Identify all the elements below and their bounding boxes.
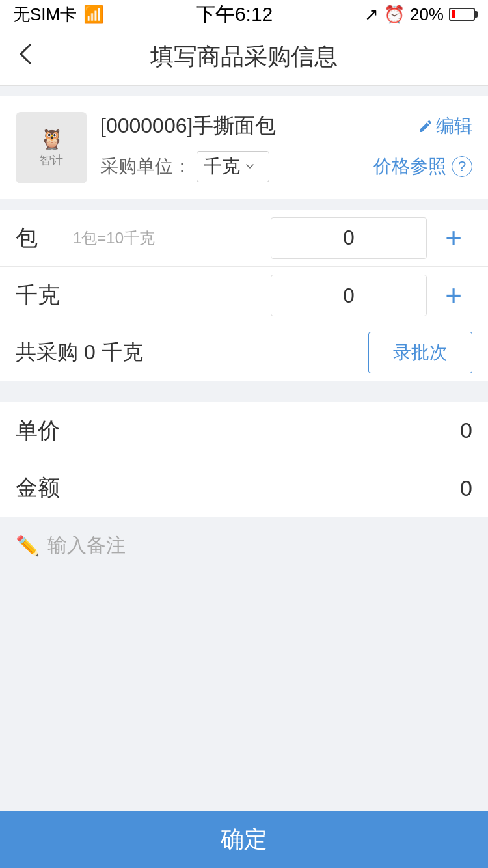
content-area (0, 575, 488, 783)
pack-number-input[interactable]: 0 (271, 217, 427, 259)
product-name: [0000006]手撕面包 (100, 112, 276, 141)
product-info: [0000006]手撕面包 编辑 采购单位： 千克 (100, 112, 472, 182)
pencil-icon: ✏️ (16, 534, 40, 557)
wifi-icon: 📶 (83, 5, 104, 25)
alarm-icon: ⏰ (384, 5, 405, 25)
status-time: 下午6:12 (196, 1, 273, 28)
batch-button[interactable]: 录批次 (368, 332, 472, 373)
status-bar: 无SIM卡 📶 下午6:12 ↗ ⏰ 20% (0, 0, 488, 29)
status-right: ↗ ⏰ 20% (364, 5, 475, 25)
status-left: 无SIM卡 📶 (13, 3, 104, 26)
product-name-row: [0000006]手撕面包 编辑 (100, 112, 472, 141)
unit-price-value: 0 (460, 418, 472, 443)
section-divider-2 (0, 381, 488, 392)
kg-plus-button[interactable]: + (435, 277, 472, 314)
amount-label: 金额 (16, 473, 60, 503)
confirm-button[interactable]: 确定 (0, 811, 488, 868)
note-placeholder: 输入备注 (47, 532, 126, 559)
total-label: 共采购 0 千克 (16, 338, 143, 367)
kg-input-row: 千克 0 + (0, 267, 488, 324)
location-icon: ↗ (364, 5, 379, 25)
battery-percent: 20% (410, 5, 444, 25)
page-header: 填写商品采购信息 (0, 29, 488, 86)
pack-label: 包 (16, 223, 68, 253)
unit-select[interactable]: 千克 (197, 151, 269, 182)
price-section: 单价 0 金额 0 (0, 402, 488, 517)
page-title: 填写商品采购信息 (150, 41, 338, 73)
back-button[interactable] (16, 40, 34, 74)
battery-icon (449, 8, 475, 21)
pack-plus-button[interactable]: + (435, 219, 472, 257)
edit-link[interactable]: 编辑 (418, 114, 472, 139)
kg-field-wrapper: 0 + (68, 275, 472, 316)
amount-row: 金额 0 (0, 459, 488, 517)
pack-field-wrapper: 0 + (155, 217, 472, 259)
unit-label: 采购单位： (100, 154, 191, 179)
pack-sublabel: 1包=10千克 (73, 228, 155, 249)
unit-price-label: 单价 (16, 416, 60, 446)
purchase-unit-row: 采购单位： 千克 价格参照 ? (100, 151, 472, 182)
carrier-label: 无SIM卡 (13, 3, 77, 26)
kg-number-input[interactable]: 0 (271, 275, 427, 316)
product-image: 🦉 智计 (16, 112, 87, 183)
pack-input-row: 包 1包=10千克 0 + (0, 210, 488, 267)
price-ref-link[interactable]: 价格参照 ? (373, 154, 472, 179)
amount-value: 0 (460, 476, 472, 501)
help-icon: ? (452, 156, 472, 177)
product-card: 🦉 智计 [0000006]手撕面包 编辑 采购单位： 千克 (0, 96, 488, 199)
kg-label: 千克 (16, 280, 68, 310)
input-section: 包 1包=10千克 0 + 千克 0 + (0, 210, 488, 324)
total-section: 共采购 0 千克 录批次 (0, 324, 488, 381)
unit-price-row: 单价 0 (0, 402, 488, 459)
section-divider-1 (0, 199, 488, 210)
note-section[interactable]: ✏️ 输入备注 (0, 517, 488, 575)
